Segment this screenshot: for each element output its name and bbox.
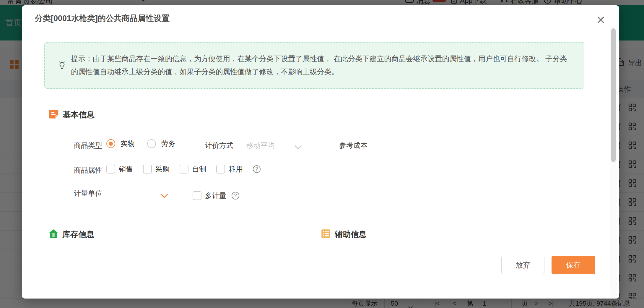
basic-info-icon (49, 109, 58, 120)
attributes-label: 商品属性 (40, 166, 102, 175)
multi-unit-option: 多计量 ? (193, 191, 239, 200)
unit-select[interactable] (107, 203, 173, 203)
bulb-icon (57, 59, 67, 71)
section-label: 辅助信息 (335, 229, 367, 240)
checkbox-sale[interactable] (106, 165, 115, 174)
type-radio-group: 实物 劳务 (106, 139, 183, 148)
unit-label: 计量单位 (40, 189, 102, 198)
category-attributes-dialog: 分类[0001水枪类]的公共商品属性设置 ✕ 提示：由于某些商品存在一致的信息，… (22, 5, 619, 299)
radio-service[interactable] (147, 139, 156, 148)
checkbox-sale-label[interactable]: 销售 (119, 164, 133, 174)
checkbox-purchase-label[interactable]: 采购 (155, 164, 170, 174)
radio-physical-label[interactable]: 实物 (121, 139, 135, 148)
section-label: 库存信息 (62, 229, 94, 240)
pricing-underline (243, 154, 308, 154)
type-label: 商品类型 (40, 141, 102, 150)
radio-physical[interactable] (106, 139, 115, 148)
tip-text: 提示：由于某些商品存在一致的信息，为方便使用，在某个分类下设置了属性值， 在此分… (71, 52, 570, 78)
checkbox-purchase[interactable] (143, 165, 152, 174)
checkbox-consume[interactable] (216, 165, 225, 174)
checkbox-consume-label[interactable]: 耗用 (229, 164, 243, 174)
section-label: 基本信息 (63, 109, 95, 120)
attributes-help-icon[interactable]: ? (253, 165, 261, 173)
attributes-checkbox-group: 销售 采购 自制 耗用 ? (106, 164, 261, 174)
checkbox-multi-unit[interactable] (193, 191, 201, 200)
section-auxiliary-info: 辅助信息 (321, 229, 367, 240)
multi-unit-help-icon[interactable]: ? (232, 192, 239, 200)
checkbox-self-made-label[interactable]: 自制 (192, 164, 206, 174)
pricing-method-select[interactable]: 移动平均 (246, 141, 275, 150)
auxiliary-list-icon (321, 229, 331, 240)
reference-cost-label: 参考成本 (339, 141, 367, 150)
unit-dropdown-chevron-icon[interactable] (160, 193, 168, 200)
dialog-title: 分类[0001水枪类]的公共商品属性设置 (35, 13, 170, 24)
tip-box: 提示：由于某些商品存在一致的信息，为方便使用，在某个分类下设置了属性值， 在此分… (44, 42, 584, 89)
section-basic-info: 基本信息 (49, 109, 95, 120)
cancel-button[interactable]: 放弃 (501, 256, 544, 274)
dialog-scrollbar-thumb[interactable] (611, 28, 616, 162)
inventory-icon (49, 229, 58, 240)
dialog-scrollbar[interactable] (610, 26, 617, 298)
close-icon[interactable]: ✕ (594, 13, 608, 27)
pricing-method-label: 计价方式 (205, 141, 233, 150)
multi-unit-label[interactable]: 多计量 (205, 191, 226, 200)
save-button[interactable]: 保存 (552, 256, 595, 274)
section-inventory-info: 库存信息 (49, 229, 94, 240)
pricing-dropdown-chevron-icon[interactable] (294, 145, 302, 151)
radio-service-label[interactable]: 劳务 (161, 139, 175, 148)
reference-cost-input[interactable] (378, 154, 467, 154)
checkbox-self-made[interactable] (180, 165, 188, 174)
